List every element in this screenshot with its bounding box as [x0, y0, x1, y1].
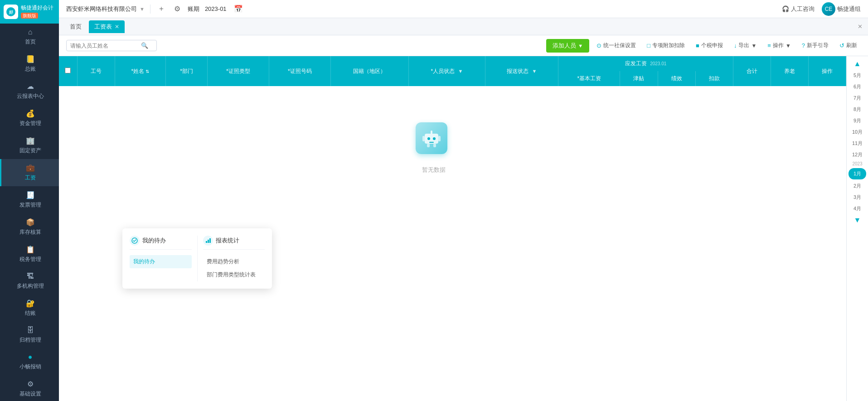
- export-arrow: ▼: [751, 43, 756, 49]
- sidebar-item-finance[interactable]: 💰 资金管理: [0, 105, 59, 132]
- sidebar-label-tax: 税务管理: [19, 256, 41, 263]
- user-avatar: CE: [822, 2, 835, 16]
- topbar-divider1: [150, 5, 150, 14]
- close-all-icon[interactable]: ✕: [858, 23, 863, 30]
- settings-btn[interactable]: ⚙: [172, 3, 182, 15]
- timeline-7month[interactable]: 7月: [847, 92, 868, 104]
- sidebar-item-home[interactable]: ⌂ 首页: [0, 24, 59, 50]
- sidebar-item-salary[interactable]: 💼 工资: [0, 159, 59, 186]
- tab-salary-close[interactable]: ✕: [115, 24, 119, 30]
- empty-text: 暂无数据: [422, 166, 446, 174]
- app-name: 畅捷通好会计: [21, 5, 53, 12]
- th-id-number: *证照号码: [269, 56, 330, 86]
- svg-rect-10: [433, 144, 436, 147]
- add-person-btn[interactable]: 添加人员 ▼: [546, 39, 589, 53]
- timeline-nav-down[interactable]: ▼: [852, 214, 863, 226]
- timeline-11month[interactable]: 11月: [847, 138, 868, 149]
- timeline-3month[interactable]: 3月: [847, 192, 868, 203]
- th-checkbox[interactable]: [59, 56, 77, 86]
- sidebar-label-archive: 归档管理: [19, 336, 41, 344]
- timeline-2month[interactable]: 2月: [847, 180, 868, 192]
- svg-rect-6: [431, 130, 432, 134]
- svg-rect-5: [429, 142, 434, 143]
- popup-item-my-todo[interactable]: 我的待办: [130, 255, 192, 268]
- tax-report-label: 个税申报: [701, 42, 723, 49]
- sidebar-item-closing[interactable]: 🔐 结账: [0, 295, 59, 322]
- sidebar-item-xiaochang[interactable]: ● 小畅报销: [0, 348, 59, 375]
- th-operation: 操作: [808, 56, 846, 86]
- sidebar-item-assets[interactable]: 🏢 固定资产: [0, 132, 59, 159]
- invoice-icon: 🧾: [26, 191, 35, 199]
- guide-btn-icon: ?: [802, 42, 805, 49]
- popup-item-cost-trend[interactable]: 费用趋势分析: [203, 255, 265, 268]
- timeline-8month[interactable]: 8月: [847, 104, 868, 115]
- tax-report-icon: ■: [696, 42, 699, 49]
- tab-home[interactable]: 首页: [64, 20, 87, 33]
- sidebar-label-finance: 资金管理: [19, 120, 41, 127]
- sidebar-item-archive[interactable]: 🗄 归档管理: [0, 322, 59, 348]
- popup-item-todo-label: 我的待办: [133, 258, 155, 265]
- timeline-9month[interactable]: 9月: [847, 115, 868, 126]
- guide-btn[interactable]: ? 新手引导: [798, 40, 832, 51]
- timeline-1month-current[interactable]: 1月: [849, 168, 866, 179]
- operation-btn[interactable]: ≡ 操作 ▼: [764, 40, 794, 51]
- period-value: 2023-01: [205, 5, 227, 12]
- cloud-icon: ☁: [27, 82, 34, 91]
- timeline: ▲ 5月 6月 7月 8月 9月 10月 11月 12月 2023 1月 2月 …: [846, 56, 868, 401]
- timeline-4month[interactable]: 4月: [847, 203, 868, 214]
- svg-rect-14: [209, 238, 211, 243]
- app-logo[interactable]: 好 畅捷通好会计 旗舰版: [0, 0, 59, 24]
- company-name: 西安虾米网络科技有限公司: [66, 5, 137, 13]
- sidebar-item-inventory[interactable]: 📦 库存核算: [0, 213, 59, 241]
- user-area[interactable]: CE 畅捷通组: [822, 2, 861, 16]
- topbar: 西安虾米网络科技有限公司 ▼ ＋ ⚙ 账期 2023-01 📅 🎧 人工咨询 C…: [59, 0, 868, 18]
- company-selector[interactable]: 西安虾米网络科技有限公司 ▼: [66, 5, 145, 13]
- calendar-icon[interactable]: 📅: [232, 3, 245, 15]
- assets-icon: 🏢: [26, 136, 35, 145]
- th-pension: 养老: [771, 56, 808, 86]
- special-deduction-btn[interactable]: □ 专项附加扣除: [643, 40, 689, 51]
- select-all-checkbox[interactable]: [65, 68, 71, 73]
- company-dropdown-arrow: ▼: [140, 6, 145, 12]
- refresh-btn[interactable]: ↺ 刷新: [836, 40, 861, 51]
- tab-close-all[interactable]: ✕: [858, 23, 863, 30]
- add-company-btn[interactable]: ＋: [156, 2, 167, 15]
- sidebar-item-tax[interactable]: 📋 税务管理: [0, 241, 59, 268]
- timeline-5month[interactable]: 5月: [847, 70, 868, 81]
- sidebar-item-ledger[interactable]: 📒 总账: [0, 50, 59, 77]
- tax-report-btn[interactable]: ■ 个税申报: [692, 40, 727, 51]
- export-btn[interactable]: ↓ 导出 ▼: [730, 40, 760, 51]
- support-btn[interactable]: 🎧 人工咨询: [782, 5, 815, 13]
- add-person-arrow: ▼: [578, 43, 583, 48]
- toolbar: 🔍 添加人员 ▼ ⊙ 统一社保设置 □ 专项附加扣除 ■ 个税申报 ↓ 导出: [59, 35, 868, 56]
- sidebar-label-inventory: 库存核算: [19, 228, 41, 236]
- robot-icon: [416, 122, 447, 154]
- timeline-6month[interactable]: 6月: [847, 81, 868, 92]
- user-initials: CE: [825, 6, 833, 12]
- tab-salary[interactable]: 工资表 ✕: [89, 20, 125, 33]
- sidebar-item-settings[interactable]: ⚙ 基础设置: [0, 375, 59, 401]
- popup-item-dept-cost[interactable]: 部门费用类型统计表: [203, 268, 265, 281]
- sidebar-item-multi[interactable]: 🏗 多机构管理: [0, 268, 59, 295]
- support-label: 人工咨询: [791, 5, 815, 13]
- refresh-icon: ↺: [839, 42, 844, 49]
- tax-icon: 📋: [26, 245, 35, 254]
- sidebar-item-cloud[interactable]: ☁ 云报表中心: [0, 77, 59, 105]
- sidebar-nav: ⌂ 首页 📒 总账 ☁ 云报表中心 💰 资金管理 🏢 固定资产 💼 工资 🧾 发…: [0, 24, 59, 401]
- th-base-salary: *基本工资: [558, 71, 620, 86]
- social-security-btn[interactable]: ⊙ 统一社保设置: [593, 40, 640, 51]
- sidebar-label-multi: 多机构管理: [17, 282, 44, 290]
- popup-todo-title: 我的待办: [142, 237, 166, 245]
- sidebar-item-invoice[interactable]: 🧾 发票管理: [0, 186, 59, 213]
- add-person-label: 添加人员: [553, 42, 576, 50]
- sidebar-label-salary: 工资: [25, 174, 36, 182]
- timeline-12month[interactable]: 12月: [847, 149, 868, 160]
- search-icon[interactable]: 🔍: [141, 42, 148, 49]
- export-label: 导出: [738, 42, 749, 49]
- search-input[interactable]: [70, 43, 138, 49]
- th-allowance: 津贴: [620, 71, 658, 86]
- finance-icon: 💰: [26, 109, 35, 118]
- th-person-status: *人员状态 ▼: [408, 56, 485, 86]
- timeline-nav-up[interactable]: ▲: [852, 58, 863, 70]
- timeline-10month[interactable]: 10月: [847, 126, 868, 138]
